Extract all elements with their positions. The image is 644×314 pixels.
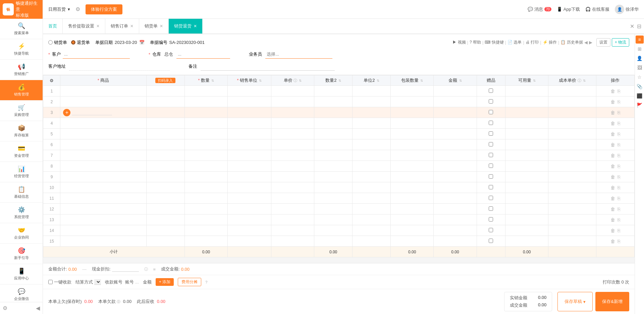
cost-sort-icon[interactable]: ⇅ xyxy=(583,79,586,82)
cell-cost[interactable] xyxy=(548,236,596,247)
cell-unit2[interactable] xyxy=(353,161,391,172)
right-panel-flag-btn[interactable]: 🚩 xyxy=(636,101,644,109)
unit2-sort-icon[interactable]: ⇅ xyxy=(377,79,379,82)
copy-row-button[interactable]: ⎘ xyxy=(618,228,620,233)
cell-cost[interactable] xyxy=(548,193,596,204)
cell-available[interactable] xyxy=(505,214,548,225)
cell-amount[interactable] xyxy=(434,204,477,214)
tab-close-sale-delivery[interactable]: ✕ xyxy=(160,24,163,28)
cell-unit2[interactable] xyxy=(353,204,391,214)
cell-cost[interactable] xyxy=(548,129,596,139)
cell-amount[interactable] xyxy=(434,182,477,193)
qty-sort-icon[interactable]: ⇅ xyxy=(211,79,214,82)
cell-product[interactable] xyxy=(60,150,147,161)
cell-gift[interactable] xyxy=(477,172,505,182)
delete-row-button[interactable]: 🗑 xyxy=(610,196,615,201)
cell-amount[interactable] xyxy=(434,86,477,97)
sidebar-item-purchase[interactable]: 🛒 采购管理 xyxy=(0,101,43,121)
sidebar-item-system[interactable]: ⚙️ 系统管理 xyxy=(0,203,43,223)
cell-unit2[interactable] xyxy=(353,107,391,118)
sidebar-item-wechat[interactable]: 💬 企业微信 xyxy=(0,285,43,302)
cell-gift[interactable] xyxy=(477,150,505,161)
cell-unit[interactable] xyxy=(228,193,271,204)
gift-checkbox[interactable] xyxy=(489,174,493,179)
video-btn[interactable]: ▶ 视频 xyxy=(452,40,466,45)
cell-cost[interactable] xyxy=(548,86,596,97)
next-doc-btn[interactable]: ▶ xyxy=(589,40,592,45)
cell-unit[interactable] xyxy=(228,172,271,182)
cell-unit[interactable] xyxy=(228,118,271,129)
cell-cost[interactable] xyxy=(548,150,596,161)
cell-cost[interactable] xyxy=(548,214,596,225)
cell-unit2[interactable] xyxy=(353,193,391,204)
cell-available[interactable] xyxy=(505,225,548,236)
cell-cost[interactable] xyxy=(548,97,596,107)
tab-close-sale-return[interactable]: ✕ xyxy=(194,24,197,28)
cell-unit2[interactable] xyxy=(353,150,391,161)
tab-sale-order[interactable]: 销售订单 ✕ xyxy=(105,19,139,34)
copy-row-button[interactable]: ⎘ xyxy=(618,153,620,158)
cell-unit2[interactable] xyxy=(353,129,391,139)
cell-qty[interactable] xyxy=(184,161,227,172)
cell-unit[interactable] xyxy=(228,214,271,225)
cash-discount-input[interactable] xyxy=(112,267,139,272)
cell-price[interactable] xyxy=(271,172,314,182)
tab-menu-button[interactable]: ⊟ xyxy=(637,23,641,29)
cell-available[interactable] xyxy=(505,86,548,97)
cell-pack-qty[interactable] xyxy=(391,129,434,139)
right-panel-image-btn[interactable]: 🖼 xyxy=(636,64,644,72)
sidebar-item-search[interactable]: 🔍 搜索菜单 xyxy=(0,19,43,39)
delete-row-button[interactable]: 🗑 xyxy=(610,164,615,169)
cell-gift[interactable] xyxy=(477,204,505,214)
sidebar-item-inventory[interactable]: 📦 库存核算 xyxy=(0,121,43,141)
tab-home[interactable]: 首页 xyxy=(43,19,63,34)
cell-price[interactable] xyxy=(271,97,314,107)
price-sort-icon[interactable]: ⇅ xyxy=(299,79,302,82)
copy-row-button[interactable]: ⎘ xyxy=(618,196,620,201)
cell-qty[interactable] xyxy=(184,97,227,107)
save-new-button[interactable]: 保存&新增 xyxy=(595,292,629,311)
cell-price[interactable] xyxy=(271,161,314,172)
cell-cost[interactable] xyxy=(548,139,596,150)
cell-pack-qty[interactable] xyxy=(391,204,434,214)
cell-unit2[interactable] xyxy=(353,139,391,150)
cell-cost[interactable] xyxy=(548,118,596,129)
cell-qty2[interactable] xyxy=(314,150,353,161)
cell-available[interactable] xyxy=(505,172,548,182)
cell-cost[interactable] xyxy=(548,204,596,214)
gift-checkbox[interactable] xyxy=(489,121,493,125)
cell-qty2[interactable] xyxy=(314,97,353,107)
cell-unit2[interactable] xyxy=(353,236,391,247)
message-button[interactable]: 💬 消息 70 xyxy=(528,6,551,12)
cell-cost[interactable] xyxy=(548,172,596,182)
fee-split-button[interactable]: 费用分摊 xyxy=(178,278,201,286)
cell-amount[interactable] xyxy=(434,97,477,107)
user-profile-button[interactable]: 👤 徐泽华 xyxy=(615,5,639,14)
cell-amount[interactable] xyxy=(434,107,477,118)
cell-qty2[interactable] xyxy=(314,236,353,247)
cell-amount[interactable] xyxy=(434,161,477,172)
cell-amount[interactable] xyxy=(434,236,477,247)
sidebar-item-finance[interactable]: 💳 资金管理 xyxy=(0,141,43,162)
cell-unit2[interactable] xyxy=(353,86,391,97)
cell-gift[interactable] xyxy=(477,118,505,129)
copy-row-button[interactable]: ⎘ xyxy=(618,164,620,169)
cell-available[interactable] xyxy=(505,204,548,214)
cell-price[interactable] xyxy=(271,86,314,97)
radio-sale[interactable]: 销货单 xyxy=(48,40,67,46)
cell-qty[interactable] xyxy=(184,129,227,139)
cell-price[interactable] xyxy=(271,118,314,129)
add-row-button[interactable]: + xyxy=(63,109,70,116)
cell-gift[interactable] xyxy=(477,193,505,204)
right-panel-scan-btn[interactable]: ⬛ xyxy=(636,92,644,100)
one-click-payment-checkbox[interactable]: 一键收款 xyxy=(48,279,71,285)
cell-available[interactable] xyxy=(505,161,548,172)
operate-btn[interactable]: ⚡ 操作 xyxy=(543,40,557,45)
cell-qty[interactable] xyxy=(184,118,227,129)
cell-qty2[interactable] xyxy=(314,86,353,97)
cell-price[interactable] xyxy=(271,204,314,214)
gift-checkbox[interactable] xyxy=(489,153,493,157)
cell-gift[interactable] xyxy=(477,236,505,247)
sidebar-collapse-btn[interactable]: ◀ xyxy=(36,305,40,311)
cell-amount[interactable] xyxy=(434,150,477,161)
